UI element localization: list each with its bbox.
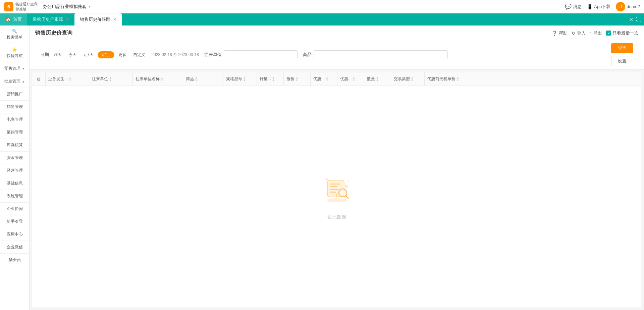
sort-icon-price: ▲▼ [296,76,298,82]
partner-input[interactable]: ... [224,50,298,59]
sidebar-item-search[interactable]: 🔍 搜索菜单 [0,25,29,44]
th-notax[interactable]: 优惠前无税单价 ▲▼ [425,72,641,86]
date-tab-more[interactable]: 更多 [116,51,129,58]
export-action[interactable]: ↑ 导出 [590,30,602,36]
date-range-tabs: 昨天 今天 近7天 近1月 更多 自定义 [51,51,148,58]
svg-text:!: ! [336,193,338,198]
empty-state: ! 暂无数据 [32,86,641,307]
logo-area: 6 畅捷通好生意 标准版 [4,2,38,11]
tab-close-purchase[interactable]: ✕ [66,17,69,22]
sort-icon-unit: ▲▼ [272,76,275,82]
sort-icon-qty: ▲▼ [376,76,379,82]
sidebar-item-marketing[interactable]: 营销推广 [0,88,29,101]
svg-rect-5 [330,192,336,193]
sidebar-item-funds[interactable]: 资金管理 [0,152,29,164]
app-download-action[interactable]: 📱 App下载 [587,4,610,10]
th-discount2[interactable]: 优惠... ▲▼ [337,72,364,86]
sidebar-item-member[interactable]: 畅会员 [0,254,29,266]
sidebar-item-apps[interactable]: 应用中心 [0,228,29,241]
sidebar-item-purchase[interactable]: 采购管理 [0,126,29,139]
date-tab-1month[interactable]: 近1月 [98,51,115,58]
sidebar-item-basic[interactable]: 基础信息 [0,177,29,190]
th-partner-name[interactable]: 往来单位名称 ▲▼ [133,72,183,86]
partner-filter-group: 往来单位 ... [204,50,298,59]
message-action[interactable]: 💬 消息 [565,3,582,10]
help-action[interactable]: ❓ 帮助 [552,30,568,36]
maximize-button[interactable]: ⛶ [636,16,641,22]
partner-label: 往来单位 [204,52,222,58]
th-partner-code[interactable]: 往来单位 ▲▼ [89,72,133,86]
sidebar-item-retail[interactable]: 零售管理 ▼ [0,62,29,75]
page-title-row: 销售历史价查询 ❓ 帮助 ↻ 导入 ↑ 导出 ✓ [35,30,639,37]
sort-icon-type: ▲▼ [411,76,414,82]
sidebar-item-operations[interactable]: 经营管理 [0,164,29,177]
th-date[interactable]: 业务发生... ▲▼ [46,72,89,86]
table-container: ⚙ 业务发生... ▲▼ 往来单位 ▲▼ 往来单位名称 ▲▼ 商品 ▲▼ [32,72,641,307]
only-last-checkbox[interactable]: ✓ 只看最后一次 [606,30,639,36]
tab-bar-actions: ✕ ⛶ [629,16,644,23]
svg-point-0 [327,198,347,202]
date-tab-7days[interactable]: 近7天 [80,51,96,58]
top-bar-right: 💬 消息 📱 App下载 d demo2 [565,2,640,11]
quick-nav-icon: ⭐ [12,47,17,52]
empty-illustration: ! [320,173,354,204]
checkbox-checked-icon[interactable]: ✓ [606,31,611,36]
goods-input[interactable]: ... [314,50,448,59]
user-profile[interactable]: d demo2 [616,2,640,11]
gear-icon[interactable]: ⚙ [37,76,41,82]
svg-line-8 [345,196,348,198]
sidebar-item-weixin[interactable]: 企业微信 [0,241,29,254]
export-icon: ↑ [590,31,592,36]
tab-home[interactable]: 🏠 首页 [0,13,27,25]
goods-input-dots: ... [438,52,444,58]
empty-text: 暂无数据 [327,214,346,220]
th-spec[interactable]: 规格型号 ▲▼ [223,72,257,86]
search-icon: 🔍 [12,29,17,34]
logo-icon: 6 [4,2,13,11]
tab-sales-history[interactable]: 销售历史价跟踪 ✕ [74,13,122,25]
date-filter-group: 日期 昨天 今天 近7天 近1月 更多 自定义 2023-02-18 至 202… [40,51,199,58]
filter-bar: 日期 昨天 今天 近7天 近1月 更多 自定义 2023-02-18 至 202… [35,40,639,69]
sidebar-item-wholesale[interactable]: 批发管理 ▲ [0,75,29,88]
sort-icon-partner-name: ▲▼ [161,76,163,82]
query-button[interactable]: 查询 [611,43,633,53]
close-all-tabs-button[interactable]: ✕ [629,16,633,23]
tab-bar: 🏠 首页 采购历史价跟踪 ✕ 销售历史价跟踪 ✕ ✕ ⛶ [0,13,644,25]
goods-filter-group: 商品 ... [303,50,448,59]
date-tab-yesterday[interactable]: 昨天 [51,51,64,58]
retail-expand-icon: ▼ [22,67,25,70]
th-goods[interactable]: 商品 ▲▼ [183,72,223,86]
th-price[interactable]: 报价 ▲▼ [284,72,311,86]
sidebar-item-system[interactable]: 系统管理 [0,190,29,203]
svg-rect-2 [330,184,340,185]
tab-purchase-history[interactable]: 采购历史价跟踪 ✕ [27,13,74,25]
th-settings[interactable]: ⚙ [32,72,46,86]
date-label: 日期 [40,52,49,58]
sidebar-item-quick-nav[interactable]: ⭐ 快捷导航 [0,44,29,62]
main-layout: 🔍 搜索菜单 ⭐ 快捷导航 零售管理 ▼ 批发管理 ▲ 营销推广 销售管理 电商… [0,25,644,310]
wholesale-expand-icon: ▲ [22,80,25,83]
tab-close-sales[interactable]: ✕ [113,17,116,22]
sort-icon-spec: ▲▼ [243,76,246,82]
svg-point-7 [340,191,345,195]
help-icon: ❓ [552,31,557,36]
th-type[interactable]: 交易类型 ▲▼ [391,72,425,86]
app-selector[interactable]: 办公用品行业模拟账套 ▼ [40,2,94,11]
import-action[interactable]: ↻ 导入 [572,30,586,36]
settings-button[interactable]: 设置 [611,56,633,66]
sidebar-item-inventory[interactable]: 库存核算 [0,139,29,152]
date-tab-custom[interactable]: 自定义 [130,51,148,58]
sidebar-item-collab[interactable]: 企业协同 [0,203,29,215]
svg-rect-4 [330,189,339,190]
sidebar-item-guide[interactable]: 新手引导 [0,215,29,228]
th-qty[interactable]: 数量 ▲▼ [364,72,391,86]
th-discount1[interactable]: 优惠... ▲▼ [311,72,337,86]
sidebar-item-ecommerce[interactable]: 电商管理 [0,113,29,126]
date-tab-today[interactable]: 今天 [66,51,79,58]
home-icon: 🏠 [5,17,11,22]
sort-icon-notax: ▲▼ [457,76,459,82]
page-header: 销售历史价查询 ❓ 帮助 ↻ 导入 ↑ 导出 ✓ [30,25,644,70]
th-unit[interactable]: 计量... ▲▼ [257,72,284,86]
goods-label: 商品 [303,52,312,58]
sidebar-item-sales[interactable]: 销售管理 [0,101,29,113]
